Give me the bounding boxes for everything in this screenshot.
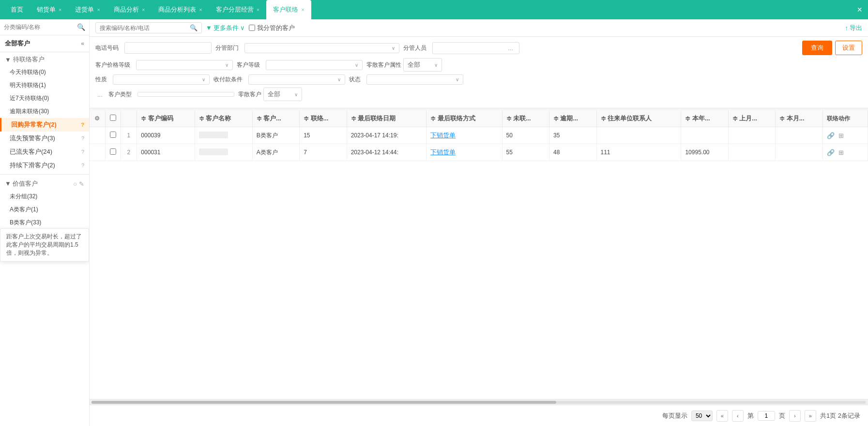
sidebar-item-class-b[interactable]: B类客户(33) — [0, 216, 89, 229]
sidebar-item-churned[interactable]: 已流失客户(24) ? — [0, 145, 89, 159]
row1-name — [195, 127, 252, 144]
price-level-select[interactable]: ∨ — [136, 60, 233, 70]
col-unit-contact[interactable]: ≑ 往来单位联系人 — [596, 110, 681, 127]
query-button[interactable]: 查询 — [802, 41, 832, 55]
window-close-button[interactable]: × — [857, 5, 862, 15]
phone-input[interactable] — [124, 42, 212, 54]
next-page-button[interactable]: › — [789, 410, 801, 422]
select-all-checkbox[interactable] — [110, 115, 116, 121]
value-customer-icon2[interactable]: ✎ — [79, 180, 84, 188]
sidebar-item-overdue[interactable]: 逾期未联络(30) — [0, 105, 89, 118]
retail-attr-inline: 零散客户属性 全部 ∨ — [366, 58, 442, 72]
tab-sales-close[interactable]: × — [59, 7, 61, 13]
tab-customer-contact[interactable]: 客户联络 × — [266, 0, 311, 19]
manager-dots-icon[interactable]: ... — [508, 44, 513, 52]
row2-contact: 7 — [300, 144, 347, 161]
sidebar-item-ungroup[interactable]: 未分组(32) — [0, 190, 89, 203]
setting-button[interactable]: 设置 — [835, 41, 862, 55]
row1-this-year — [681, 127, 728, 144]
row1-grid-icon[interactable]: ⊞ — [838, 132, 844, 139]
sidebar-item-7days[interactable]: 近7天待联络(0) — [0, 92, 89, 105]
tab-product-analysis[interactable]: 商品分析 × — [107, 0, 152, 19]
sidebar-item-class-a[interactable]: A类客户(1) — [0, 203, 89, 216]
first-page-button[interactable]: « — [716, 410, 728, 422]
my-customers-check[interactable] — [249, 25, 255, 31]
tab-customer-tier-close[interactable]: × — [257, 7, 259, 13]
prev-page-button[interactable]: ‹ — [732, 410, 744, 422]
row1-link-icon[interactable]: 🔗 — [827, 132, 835, 139]
value-customer-label: ▼ 价值客户 — [5, 179, 38, 188]
col-settings[interactable]: ⚙ — [90, 110, 105, 127]
row2-link-icon[interactable]: 🔗 — [827, 149, 835, 156]
col-this-month[interactable]: ≑ 本月... — [776, 110, 822, 127]
payment-label: 收付款条件 — [213, 75, 243, 84]
gender-arrow-icon: ∨ — [202, 77, 205, 82]
per-page-select[interactable]: 50 — [691, 411, 713, 421]
tab-purchase-close[interactable]: × — [97, 7, 100, 13]
last-page-button[interactable]: » — [805, 410, 816, 422]
sidebar-item-today[interactable]: 今天待联络(0) — [0, 66, 89, 79]
sidebar-all-customers[interactable]: 全部客户 « — [0, 35, 89, 52]
filter-search-input[interactable] — [100, 25, 188, 31]
table-row: 2 000031 A类客户 7 2023-04-12 14:44: 下销货单 5… — [90, 144, 868, 161]
gender-select[interactable]: ∨ — [113, 74, 210, 85]
tab-product-list-close[interactable]: × — [199, 7, 202, 13]
col-last-date[interactable]: ≑ 最后联络日期 — [347, 110, 426, 127]
retail-attr-arrow-icon: ∨ — [434, 62, 438, 68]
row4-dots[interactable]: ... — [97, 91, 103, 98]
tab-home[interactable]: 首页 — [4, 0, 30, 19]
sidebar-search-icon[interactable]: 🔍 — [77, 23, 85, 31]
manager-select[interactable]: ... — [432, 42, 519, 54]
col-contact[interactable]: ≑ 联络... — [300, 110, 347, 127]
row1-check[interactable] — [110, 132, 116, 138]
page-suffix-label: 页 — [779, 411, 785, 420]
payment-select[interactable]: ∨ — [248, 74, 345, 85]
col-last-way[interactable]: ≑ 最后联络方式 — [426, 110, 502, 127]
sidebar-collapse-icon[interactable]: « — [81, 40, 84, 47]
customer-level-select[interactable]: ∨ — [266, 60, 363, 70]
tab-customer-tier[interactable]: 客户分层经营 × — [209, 0, 266, 19]
sidebar-item-declining[interactable]: 持续下滑客户(2) ? — [0, 159, 89, 172]
main-layout: 🔍 全部客户 « ▼ 待联络客户 今天待联络(0) 明天待联络(1) 近7天待联… — [0, 19, 868, 426]
customer-type-select[interactable] — [137, 92, 234, 97]
tab-sales[interactable]: 销货单 × — [30, 0, 68, 19]
col-last-month[interactable]: ≑ 上月... — [728, 110, 775, 127]
sidebar-item-churn-warning[interactable]: 流失预警客户(3) ? — [0, 132, 89, 145]
col-name[interactable]: ≑ 客户名称 — [195, 110, 252, 127]
customer-level-label: 客户等级 — [237, 61, 260, 69]
row2-last-way-link[interactable]: 下销货单 — [430, 148, 456, 156]
scrollbar-thumb[interactable] — [91, 401, 556, 404]
export-button[interactable]: ↑ 导出 — [845, 24, 863, 32]
retail-customer-select[interactable]: 全部 ∨ — [263, 88, 302, 101]
status-select[interactable]: ∨ — [366, 74, 463, 85]
sidebar-item-tomorrow[interactable]: 明天待联络(1) — [0, 79, 89, 92]
col-this-year[interactable]: ≑ 本年... — [681, 110, 728, 127]
row1-last-way-link[interactable]: 下销货单 — [430, 132, 456, 139]
dept-select[interactable]: ∨ — [244, 43, 399, 53]
filter-search-icon[interactable]: 🔍 — [190, 24, 198, 31]
sidebar-item-repurchase-abnormal[interactable]: 回购异常客户(2) ? — [0, 118, 89, 132]
tab-product-list[interactable]: 商品分析列表 × — [152, 0, 209, 19]
row2-grid-icon[interactable]: ⊞ — [838, 149, 844, 156]
col-contact-sort: ≑ — [304, 115, 309, 122]
sidebar-search-input[interactable] — [4, 24, 77, 30]
filter-bar: 🔍 ▼ 更多条件 ∨ 我分管的客户 ↑ 导出 — [90, 19, 868, 37]
col-overdue[interactable]: ≑ 逾期... — [549, 110, 596, 127]
row2-check[interactable] — [110, 148, 116, 155]
col-code[interactable]: ≑ 客户编码 — [137, 110, 195, 127]
row1-this-month — [776, 127, 822, 144]
retail-attr-value: 全部 — [408, 60, 420, 69]
filter-buttons: 查询 设置 — [802, 41, 862, 55]
filter-more-conditions[interactable]: ▼ 更多条件 ∨ — [206, 24, 245, 32]
page-number-input[interactable] — [758, 411, 775, 421]
col-level[interactable]: ≑ 客户... — [252, 110, 299, 127]
value-customer-icon1[interactable]: ○ — [73, 180, 77, 188]
tab-purchase[interactable]: 进货单 × — [68, 0, 107, 19]
horizontal-scrollbar[interactable] — [90, 399, 868, 405]
price-level-arrow-icon: ∨ — [225, 62, 228, 68]
tab-product-analysis-close[interactable]: × — [142, 7, 145, 13]
tab-customer-contact-close[interactable]: × — [301, 7, 304, 13]
col-not-contacted[interactable]: ≑ 未联... — [502, 110, 549, 127]
row1-last-way: 下销货单 — [426, 127, 502, 144]
retail-attr-select[interactable]: 全部 ∨ — [403, 58, 442, 72]
